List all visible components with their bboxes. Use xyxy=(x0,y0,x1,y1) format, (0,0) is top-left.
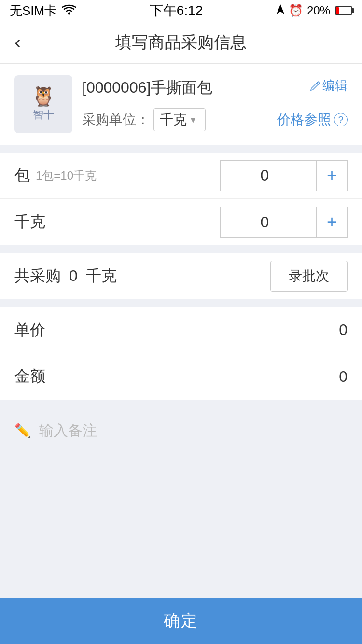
amount-row: 金额 0 xyxy=(0,353,362,400)
price-ref-label: 价格参照 xyxy=(277,111,331,129)
alarm-icon: ⏰ xyxy=(289,4,303,17)
unit-price-value: 0 xyxy=(339,321,348,339)
price-reference-button[interactable]: 价格参照 ? xyxy=(277,111,348,129)
separator-4 xyxy=(0,400,362,407)
bag-label-area: 包 1包=10千克 xyxy=(14,165,97,186)
kg-quantity-input[interactable] xyxy=(220,207,317,238)
status-time: 下午6:12 xyxy=(150,1,203,20)
product-card: 🦉 智十 [0000006]手撕面包 编辑 采购单位： xyxy=(0,64,362,145)
edit-button[interactable]: 编辑 xyxy=(310,77,348,94)
separator-2 xyxy=(0,245,362,253)
kg-label: 千克 xyxy=(14,211,45,233)
remarks-section[interactable]: ✏️ 输入备注 xyxy=(0,407,362,454)
unit-price-row: 单价 0 xyxy=(0,307,362,353)
product-unit-row: 采购单位： 千克 ▾ 价格参照 ? xyxy=(82,108,348,131)
total-text-area: 共采购 0 千克 xyxy=(14,266,117,287)
product-thumbnail: 🦉 智十 xyxy=(14,75,72,133)
main-content: 🦉 智十 [0000006]手撕面包 编辑 采购单位： xyxy=(0,64,362,644)
back-button[interactable]: ‹ xyxy=(14,31,21,53)
confirm-button[interactable]: 确定 xyxy=(0,598,362,644)
amount-label: 金额 xyxy=(14,366,45,387)
gps-icon xyxy=(276,4,285,17)
separator-1 xyxy=(0,145,362,153)
status-left: 无SIM卡 xyxy=(10,2,76,19)
carrier-label: 无SIM卡 xyxy=(10,2,57,19)
dropdown-arrow-icon: ▾ xyxy=(191,114,195,126)
total-value: 0 xyxy=(69,267,78,284)
wifi-icon xyxy=(62,3,76,18)
nav-bar: ‹ 填写商品采购信息 xyxy=(0,21,362,64)
separator-3 xyxy=(0,299,362,307)
content-area xyxy=(0,454,362,599)
unit-price-label: 单价 xyxy=(14,320,45,341)
bag-label: 包 xyxy=(14,165,30,186)
bag-plus-button[interactable]: + xyxy=(317,160,348,191)
owl-icon: 🦉 xyxy=(31,86,56,106)
status-right: ⏰ 20% xyxy=(276,4,352,17)
bag-sub-label: 1包=10千克 xyxy=(36,168,97,183)
svg-point-0 xyxy=(68,12,70,14)
logo-text: 智十 xyxy=(31,108,56,122)
logo-area: 🦉 智十 xyxy=(31,86,56,122)
kg-input-row: 千克 + xyxy=(0,199,362,245)
bag-input-row: 包 1包=10千克 + xyxy=(0,153,362,199)
edit-icon xyxy=(310,81,320,91)
unit-value: 千克 xyxy=(160,111,187,129)
batch-record-button[interactable]: 录批次 xyxy=(270,261,348,292)
kg-input-right: + xyxy=(220,207,348,238)
remarks-placeholder: 输入备注 xyxy=(39,421,97,441)
product-header: [0000006]手撕面包 编辑 xyxy=(82,77,348,98)
pencil-icon: ✏️ xyxy=(14,423,31,439)
bag-input-right: + xyxy=(220,160,348,191)
total-row: 共采购 0 千克 录批次 xyxy=(0,253,362,299)
page-title: 填写商品采购信息 xyxy=(115,31,247,54)
status-bar: 无SIM卡 下午6:12 ⏰ 20% xyxy=(0,0,362,21)
input-section: 包 1包=10千克 + 千克 + xyxy=(0,153,362,245)
unit-select-area: 采购单位： 千克 ▾ xyxy=(82,108,206,131)
help-icon: ? xyxy=(334,113,348,126)
battery-fill xyxy=(336,7,339,14)
product-info: [0000006]手撕面包 编辑 采购单位： 千克 ▾ xyxy=(82,75,348,131)
product-name: [0000006]手撕面包 xyxy=(82,77,212,98)
unit-dropdown[interactable]: 千克 ▾ xyxy=(153,108,206,131)
bag-quantity-input[interactable] xyxy=(220,160,317,191)
price-section: 单价 0 金额 0 xyxy=(0,307,362,400)
total-unit: 千克 xyxy=(86,267,117,284)
product-logo: 🦉 智十 xyxy=(22,85,65,124)
kg-plus-button[interactable]: + xyxy=(317,207,348,238)
battery-pct-label: 20% xyxy=(307,4,330,17)
total-prefix: 共采购 xyxy=(14,267,61,284)
amount-value: 0 xyxy=(339,368,348,386)
battery-indicator xyxy=(335,6,352,15)
unit-prefix: 采购单位： xyxy=(82,111,150,129)
kg-label-area: 千克 xyxy=(14,211,45,233)
